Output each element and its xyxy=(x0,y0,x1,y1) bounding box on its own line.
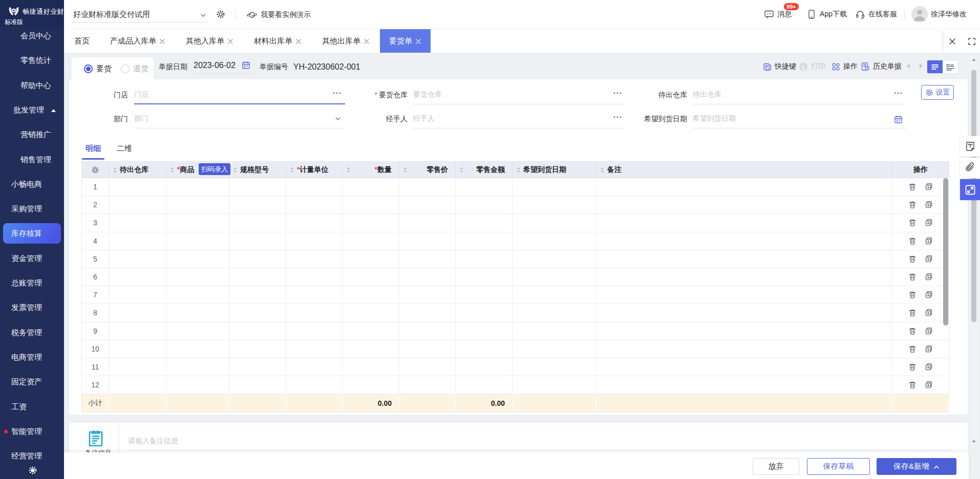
cell-规格型号[interactable] xyxy=(229,178,286,195)
cell-规格型号[interactable] xyxy=(229,232,286,250)
cell-零售金额[interactable] xyxy=(456,340,513,358)
cell-零售金额[interactable] xyxy=(456,376,513,394)
sort-icon[interactable] xyxy=(516,166,521,173)
cell-零售价[interactable] xyxy=(399,268,456,286)
col-header-gear[interactable] xyxy=(82,162,109,178)
cell-备注[interactable] xyxy=(596,340,892,358)
cell-商品[interactable] xyxy=(166,322,229,340)
cell-零售价[interactable] xyxy=(399,340,456,358)
cell-规格型号[interactable] xyxy=(229,340,286,358)
cell-待出仓库[interactable] xyxy=(109,340,166,358)
delete-row-icon[interactable] xyxy=(908,255,917,263)
settings-button[interactable]: 设置 xyxy=(921,85,954,100)
delete-row-icon[interactable] xyxy=(908,363,917,371)
cell-待出仓库[interactable] xyxy=(109,268,166,286)
column-settings-gear-icon[interactable] xyxy=(91,166,99,174)
copy-row-icon[interactable] xyxy=(925,273,933,281)
cell-待出仓库[interactable] xyxy=(109,286,166,303)
tab-close-icon[interactable] xyxy=(227,38,233,45)
cell-备注[interactable] xyxy=(596,268,892,286)
attachment-button[interactable] xyxy=(960,158,980,178)
cell-待出仓库[interactable] xyxy=(109,358,166,376)
cell-商品[interactable] xyxy=(166,286,229,303)
delete-row-icon[interactable] xyxy=(908,309,917,317)
messages-button[interactable]: 消息 99+ xyxy=(764,9,792,19)
sort-icon[interactable] xyxy=(170,166,175,173)
row-number-cell[interactable]: 6 xyxy=(82,268,109,286)
row-number-cell[interactable]: 5 xyxy=(82,250,109,268)
cell-数量[interactable] xyxy=(343,250,399,268)
calendar-icon[interactable] xyxy=(894,115,903,124)
copy-row-icon[interactable] xyxy=(925,381,933,389)
user-menu[interactable]: 徐泽华修改 xyxy=(911,6,967,23)
sort-icon[interactable] xyxy=(600,166,605,173)
cell-待出仓库[interactable] xyxy=(109,304,166,321)
cell-希望到货日期[interactable] xyxy=(513,340,596,358)
sidebar-item-3[interactable]: 帮助中心 xyxy=(0,77,64,94)
scan-entry-button[interactable]: 扫码录入 xyxy=(199,163,230,175)
cell-备注[interactable] xyxy=(596,376,892,394)
cell-零售金额[interactable] xyxy=(456,232,513,250)
cell-希望到货日期[interactable] xyxy=(513,358,596,376)
cell-零售价[interactable] xyxy=(399,286,456,303)
cell-待出仓库[interactable] xyxy=(109,214,166,231)
calendar-icon[interactable] xyxy=(242,61,250,70)
row-number-cell[interactable]: 10 xyxy=(82,340,109,358)
sidebar-item-4[interactable]: 批发管理 xyxy=(0,102,64,118)
row-number-cell[interactable]: 8 xyxy=(82,304,109,321)
cell-零售价[interactable] xyxy=(399,250,456,268)
sidebar-item-12[interactable]: 发票管理 xyxy=(0,299,64,316)
cell-希望到货日期[interactable] xyxy=(513,322,596,340)
cell-商品[interactable] xyxy=(166,358,229,376)
cell-计量单位[interactable] xyxy=(286,304,343,321)
row-number-cell[interactable]: 1 xyxy=(82,178,109,195)
delete-row-icon[interactable] xyxy=(908,237,917,245)
sidebar-settings-gear-icon[interactable] xyxy=(28,466,37,475)
cell-计量单位[interactable] xyxy=(286,268,343,286)
cell-数量[interactable] xyxy=(343,286,399,303)
cell-数量[interactable] xyxy=(343,178,399,195)
cell-数量[interactable] xyxy=(343,232,399,250)
cell-商品[interactable] xyxy=(166,376,229,394)
radio-return-goods[interactable]: 退货 xyxy=(121,64,148,74)
cell-希望到货日期[interactable] xyxy=(513,304,596,321)
cell-零售金额[interactable] xyxy=(456,358,513,376)
detail-tab-2[interactable]: 二维 xyxy=(117,144,132,160)
cell-备注[interactable] xyxy=(596,304,892,321)
copy-row-icon[interactable] xyxy=(925,309,933,317)
radio-require-goods[interactable]: 要货 xyxy=(84,64,112,74)
workspace-gear-icon[interactable] xyxy=(216,10,225,19)
actions-button[interactable]: 操作 xyxy=(832,62,858,71)
history-button[interactable]: 历史单据 xyxy=(861,62,902,71)
row-number-cell[interactable]: 4 xyxy=(82,232,109,250)
sidebar-item-13[interactable]: 税务管理 xyxy=(0,324,64,341)
tab-close-icon[interactable] xyxy=(364,38,370,45)
cell-备注[interactable] xyxy=(596,286,892,303)
input-希望到货日期[interactable]: 希望到货日期 xyxy=(693,109,906,128)
tab-1[interactable]: 首页 xyxy=(64,29,100,53)
sidebar-item-5[interactable]: 营销推广 xyxy=(0,126,64,143)
delete-row-icon[interactable] xyxy=(908,183,917,191)
cell-规格型号[interactable] xyxy=(229,214,286,231)
sort-icon[interactable] xyxy=(403,166,408,173)
cell-计量单位[interactable] xyxy=(286,250,343,268)
sidebar-item-2[interactable]: 零售统计 xyxy=(0,52,64,69)
close-icon[interactable] xyxy=(948,37,956,46)
delete-row-icon[interactable] xyxy=(908,291,917,299)
tab-5[interactable]: 其他出库单 xyxy=(312,29,380,53)
detail-tab-1[interactable]: 明细 xyxy=(86,144,101,160)
cell-数量[interactable] xyxy=(343,340,399,358)
cell-零售金额[interactable] xyxy=(456,286,513,303)
cell-零售金额[interactable] xyxy=(456,196,513,213)
sidebar-item-16[interactable]: 工资 xyxy=(0,399,64,415)
copy-row-icon[interactable] xyxy=(925,183,933,191)
cell-数量[interactable] xyxy=(343,214,399,231)
sidebar-item-18[interactable]: 经营管理 xyxy=(0,448,64,464)
cell-商品[interactable] xyxy=(166,268,229,286)
row-number-cell[interactable]: 3 xyxy=(82,214,109,231)
draft-note-button[interactable] xyxy=(960,136,980,157)
delete-row-icon[interactable] xyxy=(908,345,917,353)
sidebar-item-1[interactable]: 会员中心 xyxy=(0,28,64,44)
demo-link[interactable]: 我要看实例演示 xyxy=(247,10,311,20)
cell-商品[interactable] xyxy=(166,178,229,195)
